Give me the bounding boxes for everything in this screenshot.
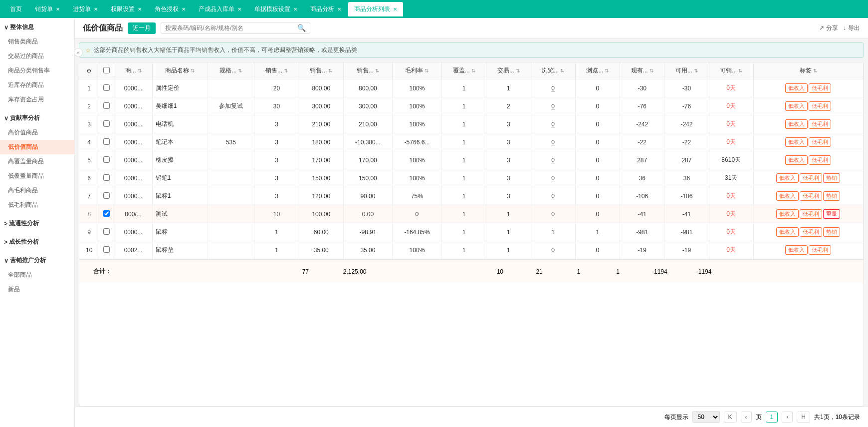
cell-checkbox[interactable] bbox=[99, 241, 114, 259]
sidebar-item-all-products[interactable]: 全部商品 bbox=[0, 268, 74, 282]
last-page-button[interactable]: H bbox=[797, 412, 810, 423]
cell-browse1[interactable]: 0 bbox=[531, 241, 575, 259]
col-browse2[interactable]: 浏览...⇅ bbox=[575, 62, 620, 79]
row-checkbox[interactable] bbox=[103, 228, 110, 235]
sidebar-item-high-coverage[interactable]: 高覆盖量商品 bbox=[0, 154, 74, 169]
row-checkbox[interactable] bbox=[103, 210, 110, 217]
close-icon[interactable]: ✕ bbox=[293, 6, 297, 12]
sidebar-item-new-products[interactable]: 新品 bbox=[0, 282, 74, 297]
browse-link[interactable]: 0 bbox=[551, 175, 555, 182]
browse-link[interactable]: 0 bbox=[551, 193, 555, 200]
next-page-button[interactable]: › bbox=[782, 412, 793, 423]
close-icon[interactable]: ✕ bbox=[393, 6, 397, 12]
col-code[interactable]: 商...⇅ bbox=[114, 62, 152, 79]
cell-browse1[interactable]: 0 bbox=[531, 169, 575, 187]
sidebar-group-contribution[interactable]: ∨ 贡献率分析 bbox=[0, 111, 74, 125]
browse-link[interactable]: 0 bbox=[551, 247, 555, 254]
select-all-checkbox[interactable] bbox=[103, 67, 110, 73]
col-browse1[interactable]: 浏览...⇅ bbox=[531, 62, 575, 79]
sidebar-item-category-sales[interactable]: 商品分类销售率 bbox=[0, 63, 74, 78]
col-current-stock[interactable]: 现有...⇅ bbox=[620, 62, 664, 79]
browse-link[interactable]: 0 bbox=[551, 85, 555, 92]
browse-link[interactable]: 1 bbox=[551, 229, 555, 236]
col-available[interactable]: 可用...⇅ bbox=[664, 62, 709, 79]
col-transaction[interactable]: 交易...⇅ bbox=[486, 62, 531, 79]
col-spec[interactable]: 规格...⇅ bbox=[208, 62, 254, 79]
col-name[interactable]: 商品名称⇅ bbox=[152, 62, 208, 79]
col-sales-cost[interactable]: 销售...⇅ bbox=[343, 62, 392, 79]
col-settings[interactable]: ⚙ bbox=[79, 62, 99, 79]
cell-checkbox[interactable] bbox=[99, 115, 114, 133]
cell-browse1[interactable]: 1 bbox=[531, 223, 575, 241]
col-coverage[interactable]: 覆盖...⇅ bbox=[441, 62, 486, 79]
sidebar-group-marketing[interactable]: ∨ 营销推广分析 bbox=[0, 253, 74, 268]
browse-link[interactable]: 0 bbox=[551, 139, 555, 146]
cell-checkbox[interactable] bbox=[99, 133, 114, 151]
col-checkbox[interactable] bbox=[99, 62, 114, 79]
search-icon[interactable]: 🔍 bbox=[297, 24, 306, 32]
nav-tab-template[interactable]: 单据模板设置 ✕ bbox=[248, 2, 303, 16]
per-page-select[interactable]: 50 100 200 bbox=[692, 411, 720, 423]
browse-link[interactable]: 0 bbox=[551, 157, 555, 164]
filter-button[interactable]: 近一月 bbox=[128, 22, 156, 34]
sidebar-item-traded-products[interactable]: 交易过的商品 bbox=[0, 49, 74, 63]
col-sales-amount[interactable]: 销售...⇅ bbox=[299, 62, 343, 79]
nav-tab-purchase[interactable]: 进货单 ✕ bbox=[67, 2, 104, 16]
nav-tab-home[interactable]: 首页 bbox=[4, 2, 28, 16]
row-checkbox[interactable] bbox=[103, 156, 110, 163]
cell-browse1[interactable]: 0 bbox=[531, 79, 575, 97]
row-checkbox[interactable] bbox=[103, 246, 110, 253]
close-icon[interactable]: ✕ bbox=[56, 6, 60, 12]
close-icon[interactable]: ✕ bbox=[182, 6, 186, 12]
browse-link[interactable]: 0 bbox=[551, 103, 555, 110]
close-icon[interactable]: ✕ bbox=[237, 6, 241, 12]
export-button[interactable]: ↓ 导出 bbox=[843, 24, 860, 32]
browse-link[interactable]: 0 bbox=[551, 211, 555, 218]
nav-tab-sales[interactable]: 销货单 ✕ bbox=[29, 2, 66, 16]
cell-browse1[interactable]: 0 bbox=[531, 187, 575, 205]
sidebar-item-low-margin[interactable]: 低毛利商品 bbox=[0, 198, 74, 212]
nav-tab-product-in[interactable]: 产成品入库单 ✕ bbox=[193, 2, 247, 16]
prev-page-button[interactable]: ‹ bbox=[741, 412, 752, 423]
col-tags[interactable]: 标签⇅ bbox=[753, 62, 863, 79]
nav-tab-permissions[interactable]: 权限设置 ✕ bbox=[105, 2, 148, 16]
search-input[interactable] bbox=[165, 24, 297, 31]
sidebar-item-high-margin[interactable]: 高毛利商品 bbox=[0, 183, 74, 198]
sidebar-item-low-value[interactable]: 低价值商品 bbox=[0, 140, 74, 154]
cell-browse1[interactable]: 0 bbox=[531, 115, 575, 133]
row-checkbox[interactable] bbox=[103, 120, 110, 127]
cell-checkbox[interactable] bbox=[99, 97, 114, 115]
cell-checkbox[interactable] bbox=[99, 79, 114, 97]
row-checkbox[interactable] bbox=[103, 192, 110, 199]
sidebar-collapse-button[interactable]: « bbox=[74, 48, 83, 57]
share-button[interactable]: ↗ 分享 bbox=[819, 24, 838, 32]
cell-checkbox[interactable] bbox=[99, 187, 114, 205]
row-checkbox[interactable] bbox=[103, 138, 110, 145]
cell-browse1[interactable]: 0 bbox=[531, 133, 575, 151]
row-checkbox[interactable] bbox=[103, 102, 110, 109]
browse-link[interactable]: 0 bbox=[551, 121, 555, 128]
cell-browse1[interactable]: 0 bbox=[531, 97, 575, 115]
close-icon[interactable]: ✕ bbox=[94, 6, 98, 12]
cell-browse1[interactable]: 0 bbox=[531, 151, 575, 169]
close-icon[interactable]: ✕ bbox=[138, 6, 142, 12]
close-icon[interactable]: ✕ bbox=[337, 6, 341, 12]
sidebar-group-overall[interactable]: ∨ 整体信息 bbox=[0, 20, 74, 34]
cell-checkbox[interactable] bbox=[99, 151, 114, 169]
col-sales-qty[interactable]: 销售...⇅ bbox=[254, 62, 299, 79]
col-gross-rate[interactable]: 毛利率⇅ bbox=[392, 62, 441, 79]
sidebar-item-low-coverage[interactable]: 低覆盖量商品 bbox=[0, 169, 74, 183]
col-saleable[interactable]: 可销...⇅ bbox=[709, 62, 753, 79]
nav-tab-analysis[interactable]: 商品分析 ✕ bbox=[304, 2, 347, 16]
sidebar-item-inventory-capital[interactable]: 库存资金占用 bbox=[0, 92, 74, 107]
sidebar-group-flow[interactable]: > 流通性分析 bbox=[0, 216, 74, 231]
sidebar-item-high-value[interactable]: 高价值商品 bbox=[0, 125, 74, 140]
cell-checkbox[interactable] bbox=[99, 169, 114, 187]
nav-tab-roles[interactable]: 角色授权 ✕ bbox=[149, 2, 192, 16]
cell-checkbox[interactable] bbox=[99, 223, 114, 241]
cell-browse1[interactable]: 0 bbox=[531, 205, 575, 223]
first-page-button[interactable]: K bbox=[724, 412, 737, 423]
sidebar-item-low-stock[interactable]: 近库存的商品 bbox=[0, 78, 74, 92]
row-checkbox[interactable] bbox=[103, 174, 110, 181]
row-checkbox[interactable] bbox=[103, 84, 110, 91]
